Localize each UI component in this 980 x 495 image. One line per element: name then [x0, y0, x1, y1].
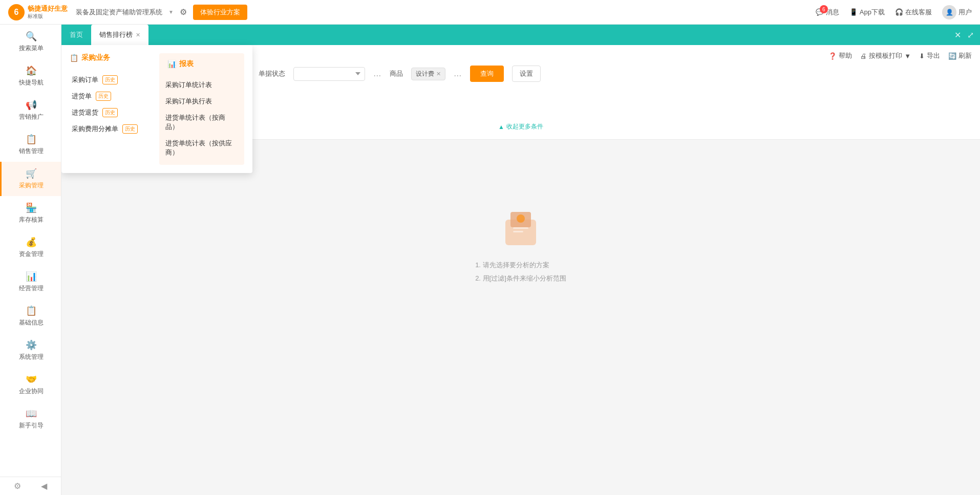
message-action[interactable]: 💬 6 消息	[816, 8, 839, 17]
tab-home[interactable]: 首页	[61, 25, 91, 45]
purchase-expense-item[interactable]: 采购费用分摊单 历史	[70, 121, 147, 137]
purchase-order-exec-label: 采购订单执行表	[165, 97, 212, 106]
settings-button[interactable]: 设置	[512, 66, 541, 82]
sidebar-item-guide[interactable]: 📖 新手引导	[0, 402, 61, 436]
purchase-section-icon: 📋	[70, 54, 78, 62]
sidebar-item-marketing[interactable]: 📢 营销推广	[0, 93, 61, 127]
inventory-icon: 🏪	[26, 202, 37, 213]
sidebar-label-operations: 经营管理	[19, 284, 44, 293]
purchase-order-stat-item[interactable]: 采购订单统计表	[163, 77, 241, 93]
purchase-expense-history-badge: 历史	[122, 124, 138, 134]
sidebar: 🔍 搜索菜单 🏠 快捷导航 📢 营销推广 📋 销售管理 🛒 采购管理 🏪 库存核…	[0, 25, 61, 495]
purchase-section-label: 采购业务	[81, 53, 110, 62]
tab-sales-rank[interactable]: 销售排行榜 ✕	[91, 25, 148, 45]
header-right: 💬 6 消息 📱 App下载 🎧 在线客服 👤 用户	[816, 5, 972, 19]
purchase-icon: 🛒	[26, 168, 37, 179]
online-service-action[interactable]: 🎧 在线客服	[895, 8, 932, 17]
purchase-section-title: 📋 采购业务	[70, 53, 147, 66]
marketing-icon: 📢	[26, 99, 37, 111]
settings-gear-icon[interactable]: ⚙	[180, 7, 187, 17]
finance-icon: 💰	[26, 236, 37, 248]
message-count: 6	[820, 5, 828, 13]
user-action[interactable]: 👤 用户	[942, 5, 972, 19]
report-section-label: 报表	[179, 59, 194, 69]
purchase-order-exec-item[interactable]: 采购订单执行表	[163, 93, 241, 110]
refresh-label: 刷新	[958, 51, 972, 60]
industry-btn[interactable]: 体验行业方案	[193, 5, 247, 20]
goods-ellipsis[interactable]: …	[454, 69, 462, 78]
report-section: 📊 报表 采购订单统计表 采购订单执行表 进货单统计表（按商品） 进货单统计表（…	[159, 53, 245, 165]
empty-hint-2: 用[过滤]条件来缩小分析范围	[475, 272, 566, 285]
sidebar-settings-icon[interactable]: ⚙	[14, 481, 21, 491]
inbound-order-label: 进货单	[72, 92, 92, 101]
phone-icon: 📱	[849, 8, 858, 16]
sidebar-label-marketing: 营销推广	[19, 113, 44, 121]
goods-label: 商品	[390, 69, 403, 78]
home-icon: 🏠	[26, 65, 37, 76]
main-layout: 🔍 搜索菜单 🏠 快捷导航 📢 营销推广 📋 销售管理 🛒 采购管理 🏪 库存核…	[0, 25, 980, 495]
doc-status-select[interactable]	[293, 67, 365, 81]
app-download-action[interactable]: 📱 App下载	[849, 8, 885, 17]
enterprise-icon: 🤝	[26, 374, 37, 385]
goods-tag-close[interactable]: ✕	[436, 71, 441, 77]
inbound-order-item[interactable]: 进货单 历史	[70, 88, 147, 104]
inbound-stat-goods-label: 进货单统计表（按商品）	[165, 113, 239, 132]
purchase-order-history-badge: 历史	[102, 75, 118, 84]
svg-rect-4	[513, 231, 523, 232]
sidebar-label-quick-nav: 快捷导航	[19, 78, 44, 87]
inbound-stat-supplier-item[interactable]: 进货单统计表（按供应商）	[163, 135, 241, 161]
tab-bar: 首页 销售排行榜 ✕ ✕ ⤢	[61, 25, 980, 45]
export-icon: ⬇	[919, 52, 925, 60]
tab-sales-rank-label: 销售排行榜	[99, 30, 133, 39]
headset-icon: 🎧	[895, 8, 903, 16]
inbound-stat-goods-item[interactable]: 进货单统计表（按商品）	[163, 110, 241, 135]
report-section-icon: 📊	[167, 60, 176, 68]
help-label: 帮助	[839, 51, 852, 60]
avatar: 👤	[942, 5, 956, 19]
sidebar-item-purchase[interactable]: 🛒 采购管理	[0, 162, 61, 196]
dropdown-arrow-icon[interactable]: ▼	[168, 9, 174, 15]
sidebar-label-sales: 销售管理	[19, 147, 44, 156]
sidebar-item-sales[interactable]: 📋 销售管理	[0, 127, 61, 162]
sidebar-item-operations[interactable]: 📊 经营管理	[0, 265, 61, 299]
online-service-label: 在线客服	[905, 8, 932, 17]
print-btn[interactable]: 🖨 按模板打印 ▼	[860, 51, 911, 60]
sidebar-label-enterprise: 企业协同	[19, 387, 44, 396]
empty-icon	[495, 199, 546, 250]
purchase-order-label: 采购订单	[72, 75, 98, 84]
header-left: 6 畅捷通好生意 标准版 装备及固定资产辅助管理系统 ▼ ⚙ 体验行业方案	[8, 4, 247, 20]
report-section-title: 📊 报表	[163, 57, 241, 71]
sidebar-item-inventory[interactable]: 🏪 库存核算	[0, 196, 61, 230]
sidebar-item-finance[interactable]: 💰 资金管理	[0, 230, 61, 265]
tab-close-btn[interactable]: ✕	[952, 28, 963, 42]
tab-close-icon[interactable]: ✕	[136, 32, 140, 38]
basic-info-icon: 📋	[26, 305, 37, 316]
sidebar-item-quick-nav[interactable]: 🏠 快捷导航	[0, 59, 61, 93]
tab-expand-btn[interactable]: ⤢	[965, 28, 976, 42]
sidebar-item-search[interactable]: 🔍 搜索菜单	[0, 25, 61, 59]
sidebar-label-purchase: 采购管理	[19, 181, 44, 190]
export-btn[interactable]: ⬇ 导出	[919, 51, 940, 60]
inbound-return-history-badge: 历史	[102, 108, 118, 117]
doc-status-ellipsis[interactable]: …	[373, 69, 381, 78]
sidebar-label-guide: 新手引导	[19, 421, 44, 430]
inbound-return-item[interactable]: 进货退货 历史	[70, 104, 147, 121]
help-btn[interactable]: ❓ 帮助	[828, 51, 852, 60]
goods-tag-value: 设计费	[416, 70, 434, 78]
query-button[interactable]: 查询	[470, 66, 504, 82]
operations-icon: 📊	[26, 271, 37, 282]
sidebar-label-system: 系统管理	[19, 353, 44, 361]
sidebar-collapse-icon[interactable]: ◀	[41, 481, 47, 491]
guide-icon: 📖	[26, 408, 37, 419]
system-icon: ⚙️	[26, 339, 37, 351]
sidebar-item-enterprise[interactable]: 🤝 企业协同	[0, 368, 61, 402]
empty-hints: 请先选择要分析的方案 用[过滤]条件来缩小分析范围	[475, 259, 566, 285]
sidebar-item-basic-info[interactable]: 📋 基础信息	[0, 299, 61, 333]
refresh-btn[interactable]: 🔄 刷新	[948, 51, 972, 60]
sidebar-item-system[interactable]: ⚙️ 系统管理	[0, 333, 61, 368]
tab-home-label: 首页	[70, 30, 83, 39]
purchase-business-section: 📋 采购业务 采购订单 历史 进货单 历史 进货退货 历史	[70, 53, 147, 165]
purchase-order-item[interactable]: 采购订单 历史	[70, 72, 147, 88]
top-header: 6 畅捷通好生意 标准版 装备及固定资产辅助管理系统 ▼ ⚙ 体验行业方案 💬 …	[0, 0, 980, 25]
export-label: 导出	[927, 51, 940, 60]
